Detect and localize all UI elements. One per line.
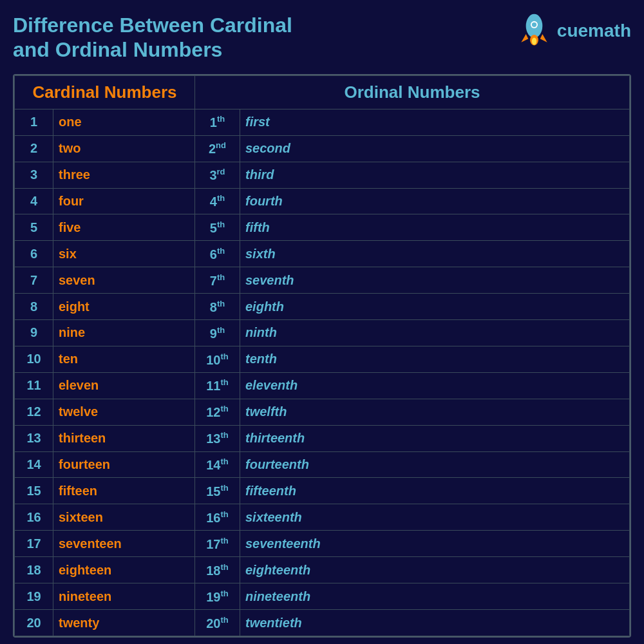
- ordinal-number: 7th: [195, 267, 240, 294]
- page-container: Difference Between Cardinal and Ordinal …: [0, 0, 644, 644]
- ordinal-word: ninth: [240, 320, 630, 346]
- cardinal-number: 5: [15, 214, 53, 241]
- ordinal-word: nineteenth: [240, 583, 630, 610]
- cardinal-word: one: [53, 109, 195, 135]
- cardinal-word: twelve: [53, 399, 195, 425]
- cardinal-number: 6: [15, 241, 53, 267]
- cardinal-word: fifteen: [53, 478, 195, 504]
- cardinal-number: 18: [15, 557, 53, 583]
- cardinal-word: eleven: [53, 372, 195, 399]
- table-row: 1 one 1th first: [15, 109, 630, 135]
- cardinal-word: eight: [53, 294, 195, 320]
- table-row: 7 seven 7th seventh: [15, 267, 630, 294]
- table-row: 3 three 3rd third: [15, 162, 630, 188]
- ordinal-word: eighth: [240, 294, 630, 320]
- ordinal-number: 16th: [195, 504, 240, 531]
- cardinal-number: 7: [15, 267, 53, 294]
- table-row: 13 thirteen 13th thirteenth: [15, 425, 630, 451]
- ordinal-number: 19th: [195, 583, 240, 610]
- ordinal-number: 14th: [195, 451, 240, 478]
- ordinal-word: seventeenth: [240, 531, 630, 557]
- table-row: 11 eleven 11th eleventh: [15, 372, 630, 399]
- ordinal-number: 12th: [195, 399, 240, 425]
- cardinal-number: 14: [15, 451, 53, 478]
- ordinal-word: third: [240, 162, 630, 188]
- cardinal-word: six: [53, 241, 195, 267]
- cardinal-number: 4: [15, 188, 53, 214]
- table-wrapper: Cardinal Numbers Ordinal Numbers 1 one 1…: [13, 74, 631, 638]
- cardinal-number: 2: [15, 135, 53, 162]
- ordinal-number: 4th: [195, 188, 240, 214]
- ordinal-number: 20th: [195, 610, 240, 636]
- svg-point-6: [532, 38, 536, 45]
- ordinal-number: 11th: [195, 372, 240, 399]
- svg-marker-3: [521, 34, 528, 43]
- ordinal-word: eighteenth: [240, 557, 630, 583]
- cardinal-number: 16: [15, 504, 53, 531]
- cardinal-word: fourteen: [53, 451, 195, 478]
- ordinal-number: 5th: [195, 214, 240, 241]
- ordinal-word: second: [240, 135, 630, 162]
- cardinal-number: 19: [15, 583, 53, 610]
- table-row: 2 two 2nd second: [15, 135, 630, 162]
- cardinal-word: ten: [53, 346, 195, 372]
- table-row: 4 four 4th fourth: [15, 188, 630, 214]
- logo-area: cuemath: [516, 13, 631, 48]
- svg-marker-4: [540, 34, 547, 43]
- cardinal-header: Cardinal Numbers: [15, 75, 195, 109]
- cardinal-word: nineteen: [53, 583, 195, 610]
- ordinal-word: fourth: [240, 188, 630, 214]
- table-row: 9 nine 9th ninth: [15, 320, 630, 346]
- ordinal-word: fifteenth: [240, 478, 630, 504]
- ordinal-number: 3rd: [195, 162, 240, 188]
- cardinal-word: seven: [53, 267, 195, 294]
- ordinal-word: fifth: [240, 214, 630, 241]
- ordinal-word: twelfth: [240, 399, 630, 425]
- header: Difference Between Cardinal and Ordinal …: [13, 13, 631, 62]
- cardinal-word: twenty: [53, 610, 195, 636]
- ordinal-word: seventh: [240, 267, 630, 294]
- ordinal-word: thirteenth: [240, 425, 630, 451]
- table-row: 14 fourteen 14th fourteenth: [15, 451, 630, 478]
- cardinal-word: five: [53, 214, 195, 241]
- ordinal-number: 6th: [195, 241, 240, 267]
- logo-text: cuemath: [557, 21, 631, 41]
- cardinal-number: 13: [15, 425, 53, 451]
- ordinal-word: eleventh: [240, 372, 630, 399]
- cardinal-word: four: [53, 188, 195, 214]
- cardinal-number: 11: [15, 372, 53, 399]
- table-row: 6 six 6th sixth: [15, 241, 630, 267]
- table-row: 15 fifteen 15th fifteenth: [15, 478, 630, 504]
- ordinal-word: tenth: [240, 346, 630, 372]
- cardinal-number: 12: [15, 399, 53, 425]
- rocket-icon: [516, 13, 552, 48]
- numbers-table: Cardinal Numbers Ordinal Numbers 1 one 1…: [14, 75, 630, 636]
- ordinal-word: first: [240, 109, 630, 135]
- ordinal-word: twentieth: [240, 610, 630, 636]
- svg-point-2: [532, 23, 536, 27]
- cardinal-number: 1: [15, 109, 53, 135]
- ordinal-number: 10th: [195, 346, 240, 372]
- cardinal-number: 15: [15, 478, 53, 504]
- table-header-row: Cardinal Numbers Ordinal Numbers: [15, 75, 630, 109]
- ordinal-number: 13th: [195, 425, 240, 451]
- table-row: 17 seventeen 17th seventeenth: [15, 531, 630, 557]
- table-row: 20 twenty 20th twentieth: [15, 610, 630, 636]
- ordinal-number: 2nd: [195, 135, 240, 162]
- table-row: 16 sixteen 16th sixteenth: [15, 504, 630, 531]
- ordinal-number: 18th: [195, 557, 240, 583]
- cardinal-number: 3: [15, 162, 53, 188]
- cardinal-number: 10: [15, 346, 53, 372]
- cardinal-word: sixteen: [53, 504, 195, 531]
- cardinal-number: 8: [15, 294, 53, 320]
- ordinal-header: Ordinal Numbers: [195, 75, 630, 109]
- ordinal-number: 1th: [195, 109, 240, 135]
- cardinal-word: three: [53, 162, 195, 188]
- table-row: 18 eighteen 18th eighteenth: [15, 557, 630, 583]
- cardinal-word: nine: [53, 320, 195, 346]
- table-row: 12 twelve 12th twelfth: [15, 399, 630, 425]
- cardinal-word: thirteen: [53, 425, 195, 451]
- ordinal-number: 17th: [195, 531, 240, 557]
- ordinal-word: fourteenth: [240, 451, 630, 478]
- cardinal-number: 20: [15, 610, 53, 636]
